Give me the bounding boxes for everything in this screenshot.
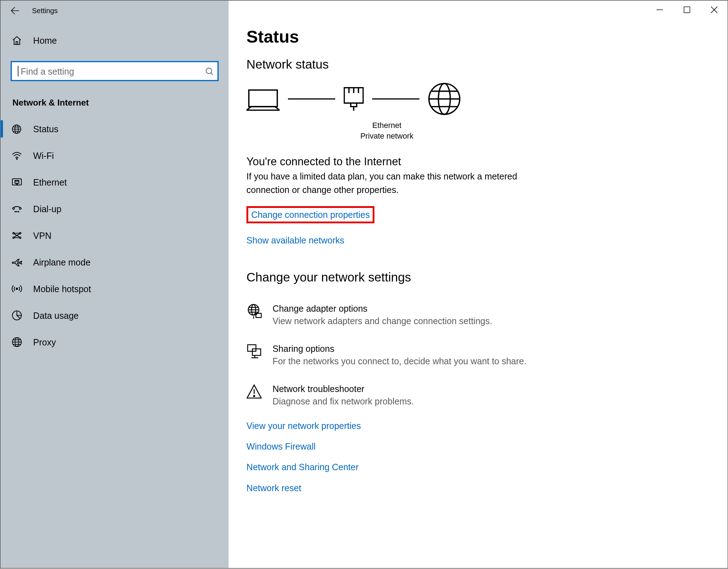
section-network-status: Network status — [246, 58, 727, 72]
minimize-icon — [656, 6, 663, 13]
dialup-icon — [11, 203, 22, 215]
sidebar-item-label: Proxy — [33, 337, 56, 347]
sidebar-item-label: Ethernet — [33, 177, 67, 187]
sidebar-category: Network & Internet — [12, 98, 229, 107]
sidebar-item-label: Dial-up — [33, 204, 61, 214]
ethernet-port-icon — [344, 87, 364, 111]
maximize-button[interactable] — [673, 1, 700, 18]
svg-point-13 — [16, 288, 17, 289]
troubleshooter-icon — [246, 384, 262, 399]
sidebar-item-ethernet[interactable]: Ethernet — [1, 169, 229, 195]
link-network-reset[interactable]: Network reset — [246, 483, 727, 493]
setting-title: Sharing options — [273, 342, 526, 355]
window-title: Settings — [32, 6, 58, 15]
proxy-globe-icon — [11, 336, 22, 348]
vpn-icon — [11, 230, 22, 241]
link-network-sharing-center[interactable]: Network and Sharing Center — [246, 462, 727, 472]
connection-line-icon — [372, 98, 419, 100]
back-button[interactable] — [1, 1, 29, 20]
data-usage-icon — [11, 310, 22, 321]
setting-desc: View network adapters and change connect… — [273, 315, 492, 327]
sidebar-item-label: Wi-Fi — [33, 150, 54, 160]
sidebar-item-airplane[interactable]: Airplane mode — [1, 249, 229, 275]
search-input-wrap[interactable] — [11, 61, 219, 81]
setting-network-troubleshooter[interactable]: Network troubleshooter Diagnose and fix … — [246, 378, 727, 418]
sidebar-item-status[interactable]: Status — [1, 116, 229, 142]
window-controls — [646, 1, 728, 18]
wifi-icon — [11, 150, 22, 161]
svg-rect-18 — [249, 90, 277, 107]
page-title: Status — [246, 27, 727, 47]
svg-rect-17 — [684, 6, 690, 12]
connected-heading: You're connected to the Internet — [246, 155, 727, 168]
svg-point-10 — [12, 237, 14, 238]
sidebar-item-proxy[interactable]: Proxy — [1, 329, 229, 355]
maximize-icon — [684, 6, 690, 13]
close-button[interactable] — [700, 1, 728, 18]
setting-desc: For the networks you connect to, decide … — [273, 355, 526, 367]
setting-sharing-options[interactable]: Sharing options For the networks you con… — [246, 338, 727, 378]
svg-rect-27 — [248, 345, 256, 351]
sidebar-item-hotspot[interactable]: Mobile hotspot — [1, 275, 229, 302]
sidebar-item-label: Data usage — [33, 310, 79, 320]
home-label: Home — [33, 36, 57, 45]
internet-globe-icon — [428, 82, 461, 116]
sidebar-item-label: Airplane mode — [33, 257, 90, 267]
link-windows-firewall[interactable]: Windows Firewall — [246, 441, 727, 451]
network-diagram — [246, 82, 727, 116]
sidebar-item-datausage[interactable]: Data usage — [1, 302, 229, 329]
setting-desc: Diagnose and fix network problems. — [273, 395, 414, 408]
close-icon — [711, 6, 717, 13]
svg-rect-28 — [252, 349, 261, 355]
connection-type: Private network — [348, 131, 425, 141]
content-area: Status Network status Ethernet Private n… — [229, 1, 727, 568]
sidebar-nav: Status Wi-Fi Ethernet Dial-up — [1, 116, 229, 355]
back-arrow-icon — [10, 6, 20, 15]
sidebar-item-wifi[interactable]: Wi-Fi — [1, 142, 229, 169]
airplane-icon — [11, 256, 22, 268]
diagram-labels: Ethernet Private network — [246, 120, 460, 141]
link-view-network-properties[interactable]: View your network properties — [246, 420, 727, 430]
connection-name: Ethernet — [348, 120, 425, 130]
setting-title: Network troubleshooter — [273, 383, 414, 395]
text-caret — [18, 66, 18, 76]
titlebar: Settings — [1, 1, 229, 20]
svg-point-7 — [16, 211, 17, 212]
setting-title: Change adapter options — [273, 302, 492, 315]
connected-body: If you have a limited data plan, you can… — [246, 170, 519, 197]
minimize-button[interactable] — [646, 1, 673, 18]
svg-rect-4 — [12, 179, 21, 185]
link-show-available-networks[interactable]: Show available networks — [246, 235, 344, 245]
sidebar-item-label: Mobile hotspot — [33, 284, 91, 294]
ethernet-icon — [11, 176, 22, 188]
svg-point-8 — [18, 211, 18, 212]
sidebar: Settings Home Network & Internet Status — [1, 1, 229, 568]
search-icon — [205, 67, 214, 76]
svg-point-29 — [254, 396, 255, 397]
sidebar-item-home[interactable]: Home — [1, 27, 229, 54]
link-change-connection-properties[interactable]: Change connection properties — [246, 206, 374, 223]
svg-point-11 — [19, 232, 21, 234]
svg-point-9 — [12, 232, 14, 234]
sidebar-item-dialup[interactable]: Dial-up — [1, 195, 229, 222]
sidebar-item-label: VPN — [33, 230, 51, 240]
status-globe-icon — [11, 123, 22, 135]
hotspot-icon — [11, 283, 22, 295]
sharing-options-icon — [246, 344, 262, 359]
connection-line-icon — [288, 98, 335, 100]
sidebar-item-vpn[interactable]: VPN — [1, 222, 229, 249]
svg-point-6 — [15, 211, 15, 212]
svg-point-12 — [19, 237, 21, 238]
sidebar-item-label: Status — [33, 124, 58, 134]
home-icon — [11, 35, 22, 47]
adapter-options-icon — [246, 303, 262, 318]
svg-point-3 — [16, 159, 17, 160]
setting-change-adapter-options[interactable]: Change adapter options View network adap… — [246, 297, 727, 338]
search-input[interactable] — [21, 66, 205, 76]
computer-icon — [246, 86, 279, 111]
section-change-network-settings: Change your network settings — [246, 270, 727, 284]
